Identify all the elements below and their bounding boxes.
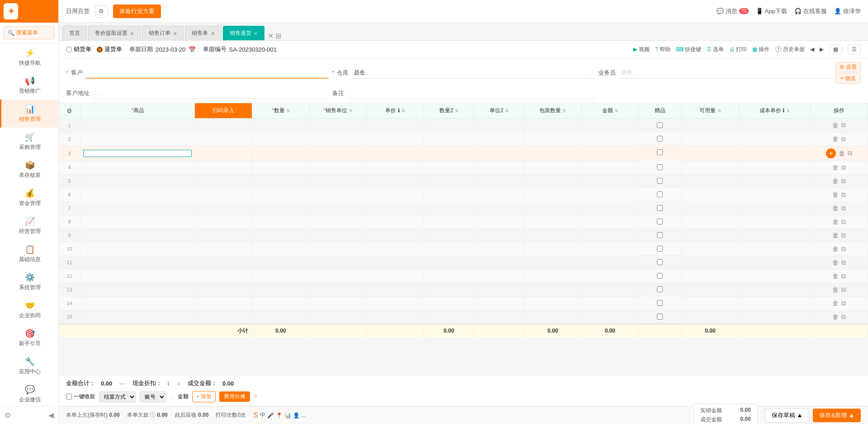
product-cell-2[interactable] [80, 132, 195, 146]
quantity2-cell-3[interactable] [424, 146, 474, 161]
available-cell-15[interactable] [682, 310, 739, 324]
cost-price-cell-6[interactable] [739, 188, 810, 201]
copy-row-11[interactable]: ⧉ [841, 259, 846, 267]
available-cell-11[interactable] [682, 256, 739, 269]
sidebar-settings-button[interactable]: ⚙ [5, 411, 11, 419]
product-cell-12[interactable] [80, 269, 195, 283]
quantity-input-4[interactable] [255, 164, 307, 171]
gift-cell-13[interactable] [639, 283, 682, 296]
quantity-input-1[interactable] [255, 122, 307, 129]
quantity-cell-13[interactable] [252, 283, 310, 296]
unit2-cell-1[interactable] [474, 119, 524, 133]
delete-row-2[interactable]: 🗑 [832, 135, 839, 143]
cost-price-cell-9[interactable] [739, 229, 810, 242]
delete-row-1[interactable]: 🗑 [832, 121, 839, 129]
amount-cell-15[interactable] [581, 310, 639, 324]
quantity2-cell-13[interactable] [424, 283, 474, 296]
account-number-select[interactable]: 账号 [140, 391, 166, 402]
cost-price-cell-5[interactable] [739, 174, 810, 188]
cost-price-cell-13[interactable] [739, 283, 810, 296]
sidebar-item-finance[interactable]: 💰 资金管理 [0, 184, 58, 212]
cost-price-cell-4[interactable] [739, 161, 810, 174]
radio-return-input[interactable] [97, 47, 103, 52]
gift-cell-8[interactable] [639, 215, 682, 229]
gift-cell-3[interactable] [639, 146, 682, 159]
available-cell-14[interactable] [682, 296, 739, 310]
sale-unit-cell-14[interactable] [309, 296, 367, 310]
fee-split-button[interactable]: 费用分摊 [219, 391, 250, 402]
unit2-cell-8[interactable] [474, 215, 524, 229]
amount-cell-7[interactable] [581, 201, 639, 215]
help-button[interactable]: ? 帮助 [655, 46, 670, 53]
tab-sales-order[interactable]: 销售订单 × [142, 26, 184, 40]
unit2-cell-2[interactable] [474, 132, 524, 146]
print-button[interactable]: 🖨 打印 [729, 46, 747, 53]
tab-sales-order-close[interactable]: × [173, 30, 177, 37]
pack-qty-cell-3[interactable] [524, 146, 581, 161]
gift-cell-5[interactable] [639, 174, 682, 188]
quantity2-cell-15[interactable] [424, 310, 474, 324]
delete-row-5[interactable]: 🗑 [832, 177, 839, 185]
sidebar-item-guide[interactable]: 🎯 新手引导 [0, 324, 58, 352]
gift-cell-15[interactable] [639, 310, 682, 324]
unit-price-cell-7[interactable] [367, 201, 424, 215]
sale-unit-cell-6[interactable] [309, 188, 367, 201]
product-cell-1[interactable] [80, 119, 195, 133]
quantity-cell-8[interactable] [252, 215, 310, 229]
available-cell-4[interactable] [682, 161, 739, 174]
gift-checkbox-2[interactable] [657, 136, 663, 142]
unit2-cell-7[interactable] [474, 201, 524, 215]
quantity-cell-12[interactable] [252, 269, 310, 283]
gift-cell-1[interactable] [639, 119, 682, 132]
search-menu-button[interactable]: 🔍 搜索菜单 [4, 26, 55, 39]
trial-button[interactable]: 体验行业方案 [113, 5, 161, 18]
product-cell-15[interactable] [80, 310, 195, 324]
unit-price-cell-9[interactable] [367, 229, 424, 242]
tab-home[interactable]: 首页 [62, 26, 87, 40]
tab-sales-return-close[interactable]: × [254, 30, 258, 37]
unit2-cell-3[interactable] [474, 146, 524, 161]
pack-qty-cell-4[interactable] [524, 161, 581, 174]
sale-unit-cell-13[interactable] [309, 283, 367, 296]
salesperson-input[interactable]: 选择... [618, 67, 832, 79]
amount-cell-3[interactable] [581, 146, 639, 161]
quantity2-cell-8[interactable] [424, 215, 474, 229]
cost-price-cell-12[interactable] [739, 269, 810, 283]
user-item[interactable]: 👤 徐泽华 [834, 7, 861, 15]
gift-checkbox-4[interactable] [657, 164, 663, 170]
quantity-cell-10[interactable] [252, 242, 310, 256]
unit2-cell-6[interactable] [474, 188, 524, 201]
sale-unit-cell-7[interactable] [309, 201, 367, 215]
gift-checkbox-14[interactable] [657, 300, 663, 306]
history-button[interactable]: 🕐 历史单据 [775, 46, 805, 53]
quantity-cell-2[interactable] [252, 132, 310, 146]
sidebar-collapse-button[interactable]: ◀ [48, 411, 54, 419]
delete-row-3[interactable]: 🗑 [839, 148, 845, 158]
sale-unit-cell-12[interactable] [309, 269, 367, 283]
amount-cell-14[interactable] [581, 296, 639, 310]
copy-row-13[interactable]: ⧉ [841, 286, 846, 294]
tab-sales-return[interactable]: 销售退货 × [223, 26, 264, 40]
calc-method-select[interactable]: 结算方式 [99, 391, 136, 402]
pack-qty-cell-15[interactable] [524, 310, 581, 324]
amount-cell-4[interactable] [581, 161, 639, 174]
quantity2-cell-4[interactable] [424, 161, 474, 174]
copy-row-15[interactable]: ⧉ [841, 313, 846, 321]
product-cell-14[interactable] [80, 296, 195, 310]
product-cell-11[interactable] [80, 256, 195, 269]
amount-cell-8[interactable] [581, 215, 639, 229]
gift-checkbox-15[interactable] [657, 314, 663, 319]
available-cell-2[interactable] [682, 132, 739, 146]
delete-row-12[interactable]: 🗑 [832, 272, 839, 280]
unit-price-cell-13[interactable] [367, 283, 424, 296]
product-cell-4[interactable] [80, 161, 195, 174]
sidebar-item-system[interactable]: ⚙️ 系统管理 [0, 268, 58, 296]
unit-price-cell-4[interactable] [367, 161, 424, 174]
available-cell-8[interactable] [682, 215, 739, 229]
quantity2-cell-12[interactable] [424, 269, 474, 283]
delete-row-10[interactable]: 🗑 [832, 245, 839, 253]
copy-row-6[interactable]: ⧉ [841, 191, 846, 199]
gift-cell-14[interactable] [639, 296, 682, 310]
delete-row-6[interactable]: 🗑 [832, 191, 839, 199]
delete-row-4[interactable]: 🗑 [832, 164, 839, 172]
